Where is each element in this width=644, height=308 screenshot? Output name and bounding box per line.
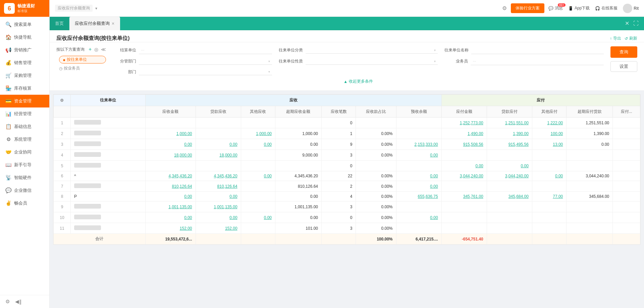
col-ar-loan: 贷款应收	[196, 106, 241, 118]
tab-ar-ap-query-close[interactable]: ×	[112, 21, 114, 26]
row-pre-collect	[396, 202, 441, 212]
filter-salesman-input[interactable]: ···	[471, 57, 604, 65]
sidebar-logo: 6 畅捷通财 标准版	[0, 0, 49, 17]
row-ap-rest	[613, 181, 640, 192]
filter-dept-manager-select[interactable]: ▾	[139, 58, 272, 65]
col-ar-group: 应收	[145, 95, 441, 106]
sidebar-item-base-info[interactable]: 📋基础信息	[0, 120, 49, 133]
filter-collapse-scheme-btn[interactable]: ≪	[101, 47, 106, 52]
footer-settings-icon[interactable]: ⚙	[5, 299, 10, 305]
filter-dept-manager-label: 分管部门	[113, 58, 136, 64]
filter-settlement-input[interactable]: ···	[139, 46, 272, 54]
sidebar-item-member[interactable]: ✌畅会员	[0, 197, 49, 210]
sidebar-item-sales[interactable]: 💰销售管理	[0, 56, 49, 69]
row-ar-ratio	[356, 161, 396, 171]
col-rownum: ⚙	[54, 95, 71, 106]
search-menu-label: 搜索菜单	[14, 21, 32, 28]
tab-home[interactable]: 首页	[50, 17, 69, 30]
row-ar-amount: 1,000.00	[145, 128, 196, 139]
filter-dept-select[interactable]: ▾	[139, 69, 272, 75]
tab-ar-ap-query[interactable]: 应收应付余额查询×	[69, 17, 120, 30]
sidebar-item-marketing[interactable]: 📢营销推广	[0, 44, 49, 56]
sidebar-item-inventory[interactable]: 🏪库存核算	[0, 82, 49, 95]
table-row: 1 0 1,252,773.00 1,251,551.00 1,222.00 1…	[54, 118, 640, 128]
filter-partner-name-input[interactable]	[471, 46, 604, 54]
filter-add-btn[interactable]: +	[89, 46, 92, 52]
row-ap-loan	[487, 150, 532, 161]
filter-collapse-btn[interactable]: ▲ 收起更多条件	[113, 77, 604, 86]
row-num: 6	[54, 171, 71, 181]
row-ar-count: 1	[321, 128, 356, 139]
header-gear-icon[interactable]: ⚙	[502, 5, 507, 11]
sidebar-item-guide[interactable]: 📖新手引导	[0, 159, 49, 171]
filter-actions: + ◎ ≪	[89, 46, 106, 52]
online-service-icon: 🎧	[595, 6, 600, 11]
filter-row1: 按以下方案查询 + ◎ ≪	[56, 46, 106, 52]
app-download-item[interactable]: 📱 App下载	[568, 5, 590, 11]
row-pre-collect	[396, 118, 441, 128]
online-service-item[interactable]: 🎧 在线客服	[595, 5, 618, 11]
member-label: 畅会员	[14, 200, 27, 206]
row-num: 1	[54, 118, 71, 128]
table-row: 5 0 0.00 0.00	[54, 161, 640, 171]
data-table: ⚙ 往来单位 应收 应付 应收金额 贷款应收	[53, 94, 640, 245]
col-rownum-sub	[54, 106, 71, 118]
tab-close-all-icon[interactable]: ✕	[625, 20, 629, 27]
col-ar-ratio: 应收款占比	[356, 106, 396, 118]
sidebar-item-collab[interactable]: 🤝企业协同	[0, 146, 49, 159]
base-info-icon: 📋	[5, 124, 11, 130]
sidebar-item-purchase[interactable]: 🛒采购管理	[0, 69, 49, 82]
message-icon: 💬	[548, 6, 553, 11]
message-icon-item[interactable]: 💬 消息 99+	[548, 5, 563, 11]
row-partner	[70, 202, 145, 212]
sidebar-item-business[interactable]: 📊经营管理	[0, 107, 49, 120]
finance-icon: 💳	[5, 98, 11, 104]
sidebar-item-finance[interactable]: 💳资金管理	[0, 95, 49, 107]
chevron-down-icon3: ▾	[434, 59, 436, 63]
row-ar-overdue: 1,000.00	[275, 128, 322, 139]
sidebar-item-search-menu[interactable]: 🔍搜索菜单	[0, 18, 49, 31]
row-ar-count: 2	[321, 181, 356, 192]
row-partner	[70, 118, 145, 128]
quick-nav-label: 快捷导航	[14, 34, 32, 40]
row-ar-ratio: 0.00%	[356, 212, 396, 223]
row-ap-overdue	[567, 181, 613, 192]
tab-maximize-icon[interactable]: ⛶	[633, 20, 639, 27]
row-ap-amount	[441, 181, 487, 192]
row-partner	[70, 223, 145, 234]
row-ar-overdue: 1,001,135.00	[275, 202, 322, 212]
breadcrumb: 应收应付余额查询	[55, 5, 93, 12]
logo-text: 畅捷通财 标准版	[17, 3, 35, 13]
filter-tag-partner[interactable]: ● 按往来单位	[59, 56, 106, 63]
row-ar-count: 3	[321, 150, 356, 161]
filter-tag-salesman[interactable]: ◷ 按业务员	[59, 65, 106, 71]
refresh-btn[interactable]: ↺ 刷新	[625, 36, 637, 41]
filter-set-btn[interactable]: ◎	[94, 47, 98, 52]
sales-icon: 💰	[5, 60, 11, 66]
app-download-icon: 📱	[568, 6, 573, 11]
filter-partner-cat-select[interactable]: ▾	[306, 47, 438, 54]
table-scroll[interactable]: ⚙ 往来单位 应收 应付 应收金额 贷款应收	[53, 94, 640, 245]
table-settings-icon[interactable]: ⚙	[60, 98, 64, 103]
sidebar-item-system[interactable]: ⚙系统管理	[0, 133, 49, 146]
export-btn[interactable]: ↑ 导出	[610, 36, 621, 41]
filter-partner-nature-select[interactable]: ▾	[306, 58, 438, 65]
row-ar-other	[241, 192, 275, 202]
collab-icon: 🤝	[5, 149, 11, 155]
user-info-item[interactable]: Rit	[623, 4, 639, 13]
filter-tag-salesman-icon: ◷	[59, 66, 62, 71]
row-pre-collect: 0.00	[396, 181, 441, 192]
tab-bar: 首页应收应付余额查询× ✕ ⛶	[50, 17, 644, 30]
set-btn[interactable]: 设置	[610, 61, 637, 72]
footer-collapse-icon[interactable]: ◀‖	[15, 299, 22, 305]
breadcrumb-dropdown-icon[interactable]: ▾	[95, 6, 97, 11]
row-ar-overdue: 0.00	[275, 139, 322, 150]
sidebar-item-hardware[interactable]: 📡智能硬件	[0, 171, 49, 184]
sidebar-item-wechat[interactable]: 💬企业微信	[0, 184, 49, 197]
sidebar-item-quick-nav[interactable]: 🏠快捷导航	[0, 31, 49, 44]
row-num: 8	[54, 192, 71, 202]
hardware-icon: 📡	[5, 175, 11, 181]
tab-bar-actions: ✕ ⛶	[625, 20, 644, 27]
query-btn[interactable]: 查询	[610, 46, 637, 58]
trial-btn[interactable]: 体验行业方案	[511, 3, 544, 13]
